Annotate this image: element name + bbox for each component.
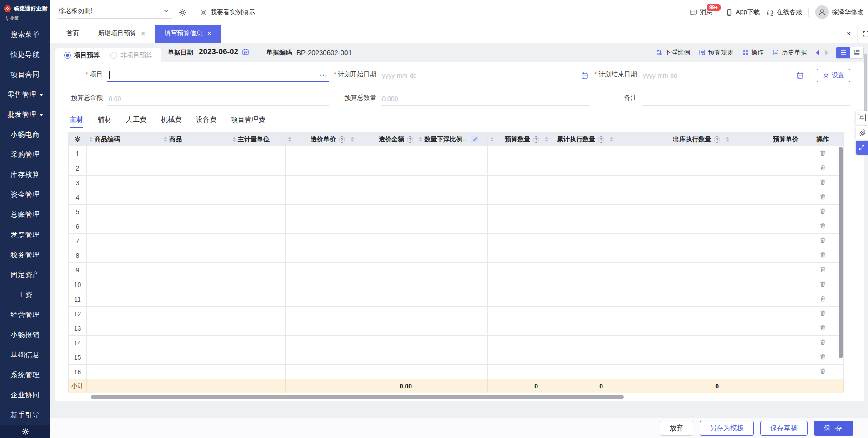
grid-cell[interactable] <box>416 365 488 379</box>
fullscreen-icon[interactable] <box>857 25 868 43</box>
grid-cell[interactable] <box>542 263 607 277</box>
delete-row-icon[interactable] <box>819 295 826 302</box>
grid-cell[interactable] <box>286 190 348 205</box>
grid-cell[interactable] <box>87 307 161 321</box>
grid-cell[interactable] <box>87 292 161 307</box>
grid-cell[interactable] <box>161 365 230 379</box>
sidebar-item[interactable]: 小畅电商 <box>0 125 50 145</box>
calendar-icon[interactable] <box>242 48 249 55</box>
attachment-button[interactable] <box>856 126 868 140</box>
delete-row-icon[interactable] <box>819 179 826 186</box>
grid-cell[interactable] <box>87 161 161 176</box>
grid-cell[interactable] <box>286 292 348 307</box>
grid-cell[interactable] <box>348 321 416 336</box>
grid-cell[interactable] <box>348 263 416 277</box>
grid-cell[interactable] <box>161 219 230 234</box>
grid-cell[interactable] <box>348 161 416 176</box>
grid-cell[interactable] <box>416 263 488 277</box>
sidebar-item[interactable]: 采购管理 <box>0 145 50 165</box>
grid-cell[interactable] <box>416 234 488 248</box>
grid-cell[interactable] <box>87 190 161 205</box>
toolbar-action[interactable]: 下浮比例 <box>656 49 690 57</box>
grid-cell[interactable] <box>230 292 286 307</box>
sidebar-item[interactable]: 工资 <box>0 285 50 305</box>
help-icon[interactable]: ? <box>714 136 720 143</box>
sidebar-item[interactable]: 资金管理 <box>0 185 50 205</box>
grid-cell[interactable] <box>348 336 416 350</box>
grid-cell[interactable] <box>607 263 723 277</box>
grid-cell[interactable] <box>542 190 607 205</box>
help-icon[interactable]: ? <box>598 136 604 143</box>
grid-cell[interactable] <box>286 321 348 336</box>
start-date-input[interactable]: yyyy-mm-dd <box>381 69 589 82</box>
calendar-icon[interactable] <box>581 72 588 79</box>
grid-cell[interactable] <box>542 248 607 263</box>
grid-cell[interactable] <box>607 292 723 307</box>
grid-cell[interactable] <box>230 336 286 350</box>
sidebar-item[interactable]: 固定资产 <box>0 265 50 285</box>
grid-cell[interactable] <box>488 292 542 307</box>
grid-cell[interactable] <box>416 219 488 234</box>
grid-cell[interactable] <box>348 307 416 321</box>
sidebar-item[interactable]: 基础信息 <box>0 345 50 365</box>
grid-cell[interactable] <box>161 146 230 161</box>
close-all-tabs-icon[interactable]: × <box>840 25 857 43</box>
grid-cell[interactable] <box>723 292 802 307</box>
grid-cell[interactable] <box>286 307 348 321</box>
budget-type-radio[interactable]: 非项目预算 <box>110 51 152 60</box>
total-qty-input[interactable]: 0.000 <box>381 92 589 106</box>
grid-cell[interactable] <box>348 277 416 292</box>
grid-cell[interactable] <box>607 365 723 379</box>
tab[interactable]: 新增项目预算× <box>89 25 155 43</box>
grid-cell[interactable] <box>161 277 230 292</box>
grid-cell[interactable] <box>161 161 230 176</box>
grid-cell[interactable] <box>488 336 542 350</box>
sidebar-item[interactable]: 小畅报销 <box>0 325 50 345</box>
project-input[interactable]: ··· <box>107 69 329 82</box>
grid-cell[interactable] <box>348 219 416 234</box>
grid-cell[interactable] <box>723 321 802 336</box>
grid-cell[interactable] <box>161 336 230 350</box>
grid-cell[interactable] <box>286 146 348 161</box>
delete-row-icon[interactable] <box>819 252 826 258</box>
sort-icon[interactable] <box>233 137 236 142</box>
delete-row-icon[interactable] <box>819 164 826 171</box>
detail-tab[interactable]: 机械费 <box>161 116 181 128</box>
grid-cell[interactable] <box>230 350 286 365</box>
grid-cell[interactable] <box>542 292 607 307</box>
grid-cell[interactable] <box>607 321 723 336</box>
grid-cell[interactable] <box>542 321 607 336</box>
sort-icon[interactable] <box>726 137 729 142</box>
grid-cell[interactable] <box>230 205 286 219</box>
grid-cell[interactable] <box>723 234 802 248</box>
grid-cell[interactable] <box>607 190 723 205</box>
sidebar-item[interactable]: 企业协同 <box>0 385 50 405</box>
grid-cell[interactable] <box>488 234 542 248</box>
grid-cell[interactable] <box>230 234 286 248</box>
remark-input[interactable] <box>642 92 850 106</box>
grid-cell[interactable] <box>607 234 723 248</box>
sort-icon[interactable] <box>610 137 613 142</box>
end-date-input[interactable]: yyyy-mm-dd <box>642 69 805 82</box>
grid-cell[interactable] <box>542 307 607 321</box>
grid-cell[interactable] <box>488 146 542 161</box>
grid-cell[interactable] <box>488 277 542 292</box>
grid-cell[interactable] <box>607 336 723 350</box>
grid-cell[interactable] <box>488 205 542 219</box>
sidebar-item[interactable]: 批发管理 <box>0 105 50 125</box>
grid-cell[interactable] <box>348 350 416 365</box>
help-icon[interactable]: ? <box>407 136 413 143</box>
grid-vertical-scrollbar[interactable] <box>839 147 843 358</box>
sort-icon[interactable] <box>491 137 493 142</box>
messages-button[interactable]: 消息 99+ <box>689 8 712 16</box>
grid-cell[interactable] <box>416 205 488 219</box>
grid-cell[interactable] <box>87 176 161 190</box>
grid-cell[interactable] <box>542 365 607 379</box>
draft-tool-button[interactable]: 草 <box>856 111 868 125</box>
grid-cell[interactable] <box>488 321 542 336</box>
grid-cell[interactable] <box>87 248 161 263</box>
grid-cell[interactable] <box>607 307 723 321</box>
grid-cell[interactable] <box>723 336 802 350</box>
help-icon[interactable]: ? <box>533 136 539 143</box>
grid-cell[interactable] <box>416 161 488 176</box>
